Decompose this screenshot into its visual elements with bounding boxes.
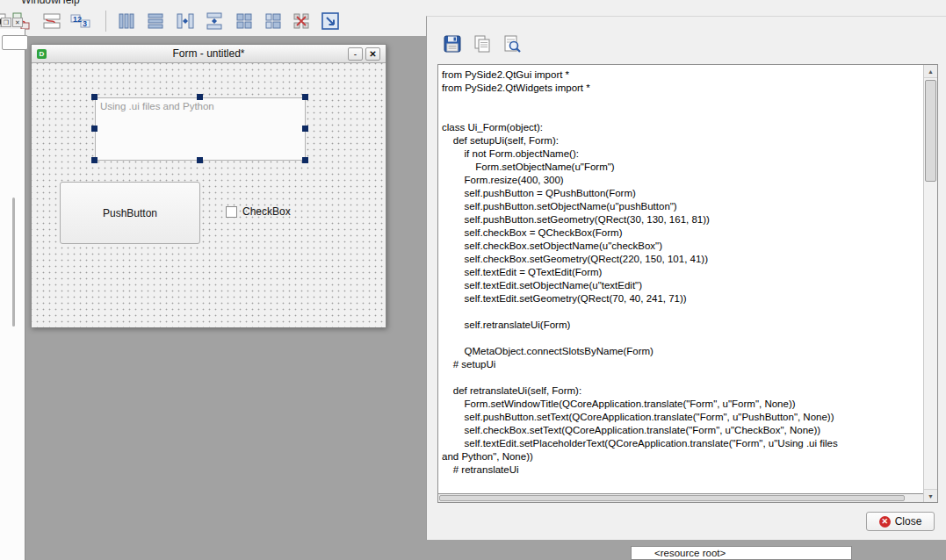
svg-text:3: 3 bbox=[83, 19, 87, 28]
vertical-scrollbar-thumb[interactable] bbox=[925, 80, 936, 182]
resource-root-item[interactable]: <resource root> bbox=[654, 548, 726, 558]
textedit-placeholder: Using .ui files and Python bbox=[96, 98, 305, 114]
view-code-dialog: from PySide2.QtGui import * from PySide2… bbox=[426, 16, 946, 540]
scroll-up-icon[interactable]: ▲ bbox=[924, 65, 937, 78]
canvas-textedit-widget[interactable]: Using .ui files and Python bbox=[95, 97, 306, 161]
qt-designer-window: { "menubar": { "items": [ { "label": "Wi… bbox=[0, 0, 946, 560]
selection-handle-mid-right[interactable] bbox=[302, 126, 308, 132]
resource-browser-panel: <resource root> bbox=[631, 546, 852, 560]
preview-code-icon[interactable] bbox=[502, 34, 524, 55]
code-horizontal-scrollbar[interactable] bbox=[438, 493, 923, 502]
dock-titlebar-buttons: ❐ ✕ bbox=[0, 18, 25, 28]
checkbox-label: CheckBox bbox=[242, 205, 291, 218]
svg-text:12: 12 bbox=[73, 15, 82, 24]
selection-handle-mid-left[interactable] bbox=[91, 126, 97, 132]
dock-float-icon[interactable]: ❐ bbox=[1, 18, 11, 27]
canvas-checkbox-widget[interactable]: CheckBox bbox=[226, 205, 291, 218]
close-window-button[interactable]: ✕ bbox=[365, 47, 380, 61]
layout-vertical-splitter-icon[interactable] bbox=[204, 11, 225, 32]
generated-code-view[interactable]: from PySide2.QtGui import * from PySide2… bbox=[437, 64, 938, 503]
edit-tab-order-icon[interactable]: 12 3 bbox=[70, 11, 91, 32]
selection-handle-bottom-left[interactable] bbox=[91, 157, 97, 163]
edit-buddies-icon[interactable] bbox=[41, 11, 62, 32]
form-canvas[interactable]: Using .ui files and Python PushButton Ch… bbox=[32, 63, 386, 327]
horizontal-scrollbar-thumb[interactable] bbox=[439, 495, 905, 501]
selection-handle-top-left[interactable] bbox=[91, 94, 97, 100]
form-editor-window: D Form - untitled* - ✕ Using .ui files a… bbox=[31, 44, 386, 327]
menu-window[interactable]: Window bbox=[21, 0, 59, 6]
close-button-icon: ✕ bbox=[879, 516, 891, 528]
layout-horizontal-icon[interactable] bbox=[116, 11, 137, 32]
minimize-button[interactable]: - bbox=[348, 47, 363, 61]
selection-handle-bottom-right[interactable] bbox=[302, 157, 308, 163]
toolbar-separator bbox=[105, 11, 106, 32]
scroll-down-icon[interactable]: ▼ bbox=[924, 489, 937, 502]
code-vertical-scrollbar[interactable]: ▲ ▼ bbox=[923, 65, 937, 502]
menubar: Window Help bbox=[0, 0, 946, 7]
copy-icon[interactable] bbox=[473, 34, 494, 55]
layout-grid-icon[interactable] bbox=[234, 11, 255, 32]
save-icon[interactable] bbox=[443, 34, 464, 55]
widget-box-panel bbox=[0, 29, 25, 560]
menu-help[interactable]: Help bbox=[58, 0, 80, 6]
widget-box-scrollbar[interactable] bbox=[12, 197, 15, 327]
dock-close-icon[interactable]: ✕ bbox=[12, 18, 23, 27]
adjust-size-icon[interactable] bbox=[320, 11, 341, 32]
selection-handle-top-center[interactable] bbox=[197, 94, 203, 100]
break-layout-icon[interactable] bbox=[291, 11, 312, 32]
python-code-text[interactable]: from PySide2.QtGui import * from PySide2… bbox=[438, 65, 923, 477]
form-window-titlebar[interactable]: D Form - untitled* - ✕ bbox=[32, 45, 386, 63]
widget-filter-input[interactable] bbox=[2, 35, 28, 50]
close-button[interactable]: ✕ Close bbox=[866, 512, 935, 531]
selection-handle-bottom-center[interactable] bbox=[197, 157, 203, 163]
layout-horizontal-splitter-icon[interactable] bbox=[175, 11, 196, 32]
checkbox-indicator-icon bbox=[226, 206, 237, 218]
layout-form-icon[interactable] bbox=[263, 11, 284, 32]
form-window-title: Form - untitled* bbox=[32, 47, 386, 60]
canvas-pushbutton-widget[interactable]: PushButton bbox=[60, 182, 200, 244]
pushbutton-label: PushButton bbox=[103, 207, 157, 219]
close-button-label: Close bbox=[895, 515, 922, 528]
layout-vertical-icon[interactable] bbox=[145, 11, 166, 32]
selection-handle-top-right[interactable] bbox=[302, 94, 308, 100]
